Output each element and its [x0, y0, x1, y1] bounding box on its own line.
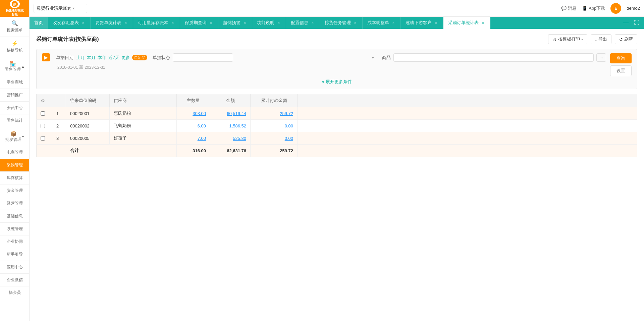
- sidebar-item-basic-info[interactable]: 基础信息: [0, 210, 29, 223]
- sidebar-item-inventory[interactable]: 库存核算: [0, 172, 29, 184]
- message-icon: 💬: [561, 6, 567, 11]
- table-footer-row: 合计 316.00 62,631.76 259.72: [37, 145, 637, 157]
- tab-order-stats[interactable]: 要货单统计表 ×: [91, 17, 133, 29]
- export-button[interactable]: ↓ 导出: [591, 34, 612, 44]
- tab-expiry-query[interactable]: 保质期查询 ×: [180, 17, 218, 29]
- message-button[interactable]: 💬 消息: [561, 5, 577, 11]
- shortcut-last-month[interactable]: 上月: [76, 55, 85, 61]
- goods-more-button[interactable]: ···: [596, 53, 606, 62]
- query-button[interactable]: 查询: [610, 53, 632, 63]
- paid-link[interactable]: 0.00: [285, 136, 293, 141]
- footer-paid: 259.72: [251, 145, 298, 157]
- tab-close-active-icon[interactable]: ×: [481, 20, 485, 25]
- status-select[interactable]: [173, 53, 233, 62]
- filter-toggle-button[interactable]: ▶: [42, 53, 50, 61]
- settings-button[interactable]: 设置: [610, 65, 632, 76]
- app-download-button[interactable]: 📱 App下载: [582, 5, 605, 11]
- tab-cost-adjust[interactable]: 成本调整单 ×: [363, 17, 401, 29]
- shortcut-more[interactable]: 更多: [121, 55, 130, 61]
- sidebar-item-operations[interactable]: 经营管理: [0, 197, 29, 210]
- workspace-chevron-icon: ▾: [73, 6, 74, 10]
- app-logo: 好 畅捷通好生意 标版: [0, 0, 29, 17]
- sidebar-item-purchase[interactable]: 采购管理: [0, 159, 29, 172]
- tab-home-label: 首页: [34, 20, 43, 26]
- workspace-selector[interactable]: 母婴行业演示账套 ▾: [34, 4, 87, 13]
- shortcut-this-year[interactable]: 本年: [98, 55, 106, 61]
- topbar-right: 💬 消息 📱 App下载 E demo2: [561, 3, 640, 14]
- tab-close-icon[interactable]: ×: [434, 20, 438, 25]
- print-button[interactable]: 🖨 按模板打印 ▾: [548, 34, 587, 44]
- gear-icon[interactable]: ⚙: [41, 98, 45, 103]
- refresh-button[interactable]: ↺ 刷新: [615, 34, 637, 44]
- row-checkbox[interactable]: [41, 124, 45, 128]
- amount-link[interactable]: 60,519.44: [227, 111, 246, 116]
- tab-close-icon[interactable]: ×: [81, 20, 86, 25]
- footer-qty: 316.00: [177, 145, 210, 157]
- shortcut-this-month[interactable]: 本月: [87, 55, 96, 61]
- tab-pick-task[interactable]: 拣货任务管理 ×: [320, 17, 363, 29]
- topbar: 母婴行业演示账套 ▾ 💬 消息 📱 App下载 E demo2: [30, 0, 644, 17]
- tab-purchase-stats[interactable]: 采购订单统计表 ×: [443, 17, 490, 29]
- sidebar-item-wholesale[interactable]: 📦 批发管理 ▾: [0, 127, 29, 146]
- tab-close-icon[interactable]: ×: [391, 20, 396, 25]
- sidebar-item-app-center[interactable]: 应用中心: [0, 261, 29, 274]
- qty-link[interactable]: 7.00: [198, 136, 206, 141]
- tab-minimize-button[interactable]: —: [621, 19, 631, 26]
- row-checkbox[interactable]: [41, 136, 45, 141]
- row-checkbox-cell: [37, 107, 49, 120]
- row-checkbox-cell: [37, 120, 49, 132]
- tab-home[interactable]: 首页: [30, 17, 48, 29]
- paid-link[interactable]: 259.72: [280, 111, 293, 116]
- sidebar-item-system[interactable]: 系统管理: [0, 223, 29, 235]
- sidebar-item-new-guide[interactable]: 新手引导: [0, 248, 29, 261]
- sidebar-item-search[interactable]: 🔍 搜索菜单: [0, 17, 29, 37]
- shortcut-7days[interactable]: 近7天: [108, 55, 119, 61]
- sidebar-item-shortcuts[interactable]: ⚡ 快捷导航: [0, 37, 29, 57]
- row-qty: 7.00: [177, 132, 210, 145]
- sidebar-item-marketing[interactable]: 营销推广: [0, 89, 29, 102]
- tab-label: 超储预警: [223, 20, 240, 26]
- row-checkbox[interactable]: [41, 111, 45, 116]
- row-supplier: 好孩子: [110, 132, 177, 145]
- sidebar-item-finance[interactable]: 资金管理: [0, 184, 29, 197]
- date-shortcuts: 上月 本月 本年 近7天 更多 自定义: [76, 55, 147, 61]
- table-row: 1 00020001 惠氏奶粉 303.00 60,519.44 259.72: [37, 107, 637, 120]
- sidebar-item-wechat[interactable]: 企业微信: [0, 274, 29, 286]
- user-name[interactable]: demo2: [627, 6, 640, 11]
- expand-more-button[interactable]: ▾ 展开更多条件: [42, 79, 632, 85]
- tab-available-inventory[interactable]: 可用量库存账本 ×: [133, 17, 180, 29]
- tab-receive-send[interactable]: 收发存汇总表 ×: [48, 17, 91, 29]
- sidebar-item-ecommerce[interactable]: 电商管理: [0, 146, 29, 159]
- tab-close-icon[interactable]: ×: [170, 20, 175, 25]
- sidebar-item-retail-mgmt[interactable]: 🏪 零售管理 ▲: [0, 57, 29, 76]
- sidebar-item-enterprise[interactable]: 企业协同: [0, 235, 29, 248]
- amount-link[interactable]: 1,586.52: [229, 123, 246, 128]
- tab-overstock-warning[interactable]: 超储预警 ×: [218, 17, 252, 29]
- amount-link[interactable]: 525.80: [233, 136, 246, 141]
- sidebar-item-vip[interactable]: 畅会员: [0, 286, 29, 299]
- tab-close-icon[interactable]: ×: [243, 20, 247, 25]
- tab-close-icon[interactable]: ×: [353, 20, 358, 25]
- tab-invite-customer[interactable]: 邀请下游客户 ×: [401, 17, 443, 29]
- goods-input[interactable]: [393, 53, 594, 62]
- th-supplier: 供应商: [110, 94, 177, 107]
- sidebar-item-members[interactable]: 会员中心: [0, 102, 29, 114]
- tab-function-desc[interactable]: 功能说明 ×: [252, 17, 286, 29]
- paid-link[interactable]: 0.00: [285, 123, 293, 128]
- tab-close-icon[interactable]: ×: [123, 20, 128, 25]
- table-row: 2 00020002 飞鹤奶粉 6.00 1,586.52 0.00: [37, 120, 637, 132]
- th-paid: 累计付款金额: [251, 94, 298, 107]
- tab-maximize-button[interactable]: ⛶: [632, 19, 641, 26]
- qty-link[interactable]: 6.00: [198, 123, 206, 128]
- qty-link[interactable]: 303.00: [193, 111, 206, 116]
- logo-icon: 好: [10, 0, 20, 8]
- tab-config[interactable]: 配置信息 ×: [286, 17, 320, 29]
- tab-close-icon[interactable]: ×: [209, 20, 213, 25]
- sidebar-item-retail-mall[interactable]: 零售商城: [0, 76, 29, 89]
- sidebar-item-retail-stats[interactable]: 零售统计: [0, 114, 29, 127]
- user-avatar[interactable]: E: [610, 3, 621, 14]
- chevron-down-icon: ▾: [22, 135, 24, 139]
- tab-close-icon[interactable]: ×: [276, 20, 281, 25]
- svg-text:好: 好: [12, 3, 16, 6]
- tab-close-icon[interactable]: ×: [310, 20, 315, 25]
